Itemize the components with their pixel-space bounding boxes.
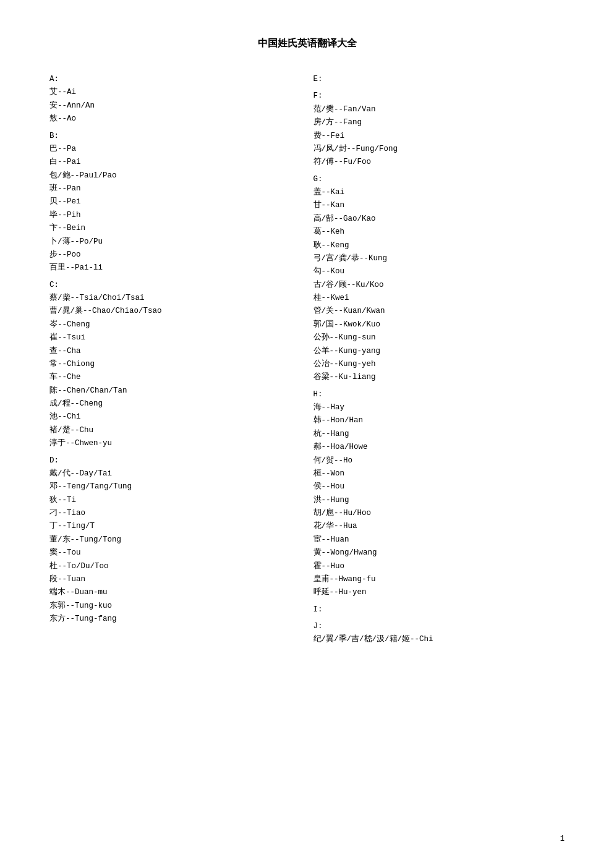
- section-header: E:: [313, 74, 565, 85]
- list-item: 崔--Tsui: [49, 332, 301, 344]
- list-item: 窦--Tou: [49, 547, 301, 559]
- section-header: C:: [49, 279, 301, 291]
- section-header: J:: [313, 621, 565, 632]
- list-item: 古/谷/顾--Ku/Koo: [313, 279, 565, 291]
- list-item: 褚/楚--Chu: [49, 425, 301, 436]
- list-item: 郝--Hoa/Howe: [313, 441, 565, 453]
- list-item: 宦--Huan: [313, 534, 565, 546]
- list-item: 池--Chi: [49, 411, 301, 423]
- list-item: 百里--Pai-li: [49, 262, 301, 274]
- list-item: 丁--Ting/T: [49, 521, 301, 532]
- list-item: 狄--Ti: [49, 495, 301, 506]
- list-item: 敖--Ao: [49, 113, 301, 125]
- list-item: 杜--To/Du/Too: [49, 561, 301, 572]
- list-item: 常--Chiong: [49, 359, 301, 370]
- list-item: 邓--Teng/Tang/Tung: [49, 481, 301, 493]
- list-item: 桓--Won: [313, 468, 565, 480]
- list-item: 洪--Hung: [313, 495, 565, 506]
- page-number: 1: [560, 835, 565, 843]
- list-item: 盖--Kai: [313, 187, 565, 198]
- list-item: 甘--Kan: [313, 200, 565, 211]
- list-item: 班--Pan: [49, 183, 301, 195]
- list-item: 卜/薄--Po/Pu: [49, 236, 301, 248]
- list-item: 东方--Tung-fang: [49, 613, 301, 625]
- list-item: 巴--Pa: [49, 143, 301, 155]
- list-item: 耿--Keng: [313, 240, 565, 252]
- left-column: A:艾--Ai安--Ann/An敖--AoB:巴--Pa白--Pai包/鲍--P…: [49, 69, 313, 647]
- list-item: 皇甫--Hwang-fu: [313, 574, 565, 585]
- list-item: 岑--Cheng: [49, 319, 301, 331]
- list-item: 贝--Pei: [49, 196, 301, 208]
- list-item: 海--Hay: [313, 402, 565, 414]
- list-item: 卞--Bein: [49, 223, 301, 234]
- section-header: D:: [49, 455, 301, 467]
- section-header: F:: [313, 90, 565, 102]
- section-header: H:: [313, 389, 565, 401]
- main-content: A:艾--Ai安--Ann/An敖--AoB:巴--Pa白--Pai包/鲍--P…: [49, 69, 565, 647]
- list-item: 安--Ann/An: [49, 100, 301, 112]
- list-item: 纪/翼/季/吉/嵇/汲/籍/姬--Chi: [313, 634, 565, 645]
- list-item: 费--Fei: [313, 130, 565, 142]
- list-item: 管/关--Kuan/Kwan: [313, 305, 565, 317]
- list-item: 范/樊--Fan/Van: [313, 104, 565, 116]
- list-item: 陈--Chen/Chan/Tan: [49, 385, 301, 397]
- list-item: 高/郜--Gao/Kao: [313, 213, 565, 225]
- list-item: 冯/凤/封--Fung/Fong: [313, 143, 565, 155]
- list-item: 刁--Tiao: [49, 508, 301, 519]
- list-item: 韩--Hon/Han: [313, 415, 565, 427]
- list-item: 东郭--Tung-kuo: [49, 600, 301, 612]
- list-item: 谷梁--Ku-liang: [313, 372, 565, 383]
- section-header: G:: [313, 174, 565, 185]
- list-item: 何/贺--Ho: [313, 455, 565, 467]
- list-item: 蔡/柴--Tsia/Choi/Tsai: [49, 292, 301, 304]
- list-item: 弓/宫/龚/恭--Kung: [313, 253, 565, 265]
- list-item: 公孙--Kung-sun: [313, 332, 565, 344]
- list-item: 艾--Ai: [49, 87, 301, 98]
- section-header: I:: [313, 604, 565, 616]
- list-item: 桂--Kwei: [313, 292, 565, 304]
- list-item: 勾--Kou: [313, 266, 565, 278]
- list-item: 葛--Keh: [313, 226, 565, 238]
- list-item: 段--Tuan: [49, 574, 301, 585]
- list-item: 房/方--Fang: [313, 117, 565, 129]
- list-item: 霍--Huo: [313, 561, 565, 572]
- list-item: 端木--Duan-mu: [49, 587, 301, 598]
- list-item: 成/程--Cheng: [49, 398, 301, 410]
- section-header: B:: [49, 130, 301, 142]
- list-item: 查--Cha: [49, 346, 301, 357]
- list-item: 公羊--Kung-yang: [313, 346, 565, 357]
- list-item: 白--Pai: [49, 156, 301, 168]
- page-title: 中国姓氏英语翻译大全: [49, 37, 565, 50]
- list-item: 侯--Hou: [313, 481, 565, 493]
- list-item: 花/华--Hua: [313, 521, 565, 532]
- list-item: 呼延--Hu-yen: [313, 587, 565, 598]
- list-item: 黄--Wong/Hwang: [313, 547, 565, 559]
- list-item: 戴/代--Day/Tai: [49, 468, 301, 480]
- list-item: 公冶--Kung-yeh: [313, 359, 565, 370]
- list-item: 包/鲍--Paul/Pao: [49, 170, 301, 182]
- list-item: 符/傅--Fu/Foo: [313, 156, 565, 168]
- list-item: 步--Poo: [49, 249, 301, 261]
- section-header: A:: [49, 74, 301, 85]
- list-item: 毕--Pih: [49, 210, 301, 221]
- right-column: E:F:范/樊--Fan/Van房/方--Fang费--Fei冯/凤/封--Fu…: [313, 69, 565, 647]
- list-item: 胡/扈--Hu/Hoo: [313, 508, 565, 519]
- list-item: 董/东--Tung/Tong: [49, 534, 301, 546]
- list-item: 杭--Hang: [313, 428, 565, 440]
- list-item: 曹/晁/巢--Chao/Chiao/Tsao: [49, 305, 301, 317]
- list-item: 淳于--Chwen-yu: [49, 438, 301, 449]
- list-item: 车--Che: [49, 372, 301, 383]
- list-item: 郭/国--Kwok/Kuo: [313, 319, 565, 331]
